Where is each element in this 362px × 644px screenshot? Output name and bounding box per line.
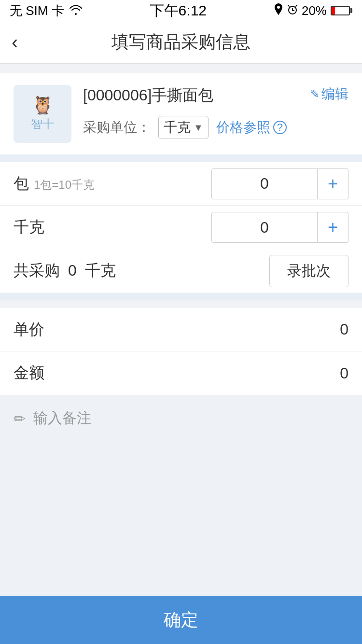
product-logo-icon: 🦉 <box>31 97 54 114</box>
edit-icon: ✎ <box>310 87 320 101</box>
status-time: 下午6:12 <box>150 1 207 21</box>
confirm-button[interactable]: 确定 <box>0 596 362 644</box>
summary-unit: 千克 <box>85 262 116 279</box>
summary-text: 共采购 0 千克 <box>14 260 116 281</box>
svg-line-3 <box>288 5 289 6</box>
amount-row: 金额 0 <box>0 351 362 395</box>
price-info-section: 单价 0 金额 0 <box>0 308 362 395</box>
summary-value: 0 <box>68 262 77 279</box>
alarm-icon <box>287 3 298 18</box>
info-icon: ? <box>273 121 287 134</box>
notes-placeholder: 输入备注 <box>33 408 91 428</box>
kg-plus-button[interactable]: + <box>318 212 348 243</box>
status-right: 20% <box>274 3 352 18</box>
bag-quantity-input[interactable] <box>211 168 318 199</box>
price-ref-label: 价格参照 <box>216 118 270 137</box>
unit-price-value: 0 <box>340 321 348 338</box>
dropdown-arrow-icon: ▼ <box>194 122 203 133</box>
unit-price-row: 单价 0 <box>0 308 362 351</box>
amount-value: 0 <box>340 364 348 382</box>
battery-icon <box>331 6 352 15</box>
nav-bar: ‹ 填写商品采购信息 <box>0 21 362 64</box>
amount-label: 金额 <box>14 363 44 384</box>
location-icon <box>274 3 283 18</box>
svg-line-4 <box>296 5 297 6</box>
summary-prefix: 共采购 <box>14 262 60 279</box>
back-button[interactable]: ‹ <box>12 31 18 53</box>
wifi-icon <box>69 3 83 18</box>
carrier-label: 无 SIM 卡 <box>10 2 64 19</box>
separator-1 <box>0 154 362 162</box>
summary-row: 共采购 0 千克 录批次 <box>0 249 362 293</box>
separator-2 <box>0 293 362 300</box>
unit-price-label: 单价 <box>14 319 44 340</box>
product-name: [0000006]手撕面包 <box>83 85 348 106</box>
edit-label: 编辑 <box>321 85 348 103</box>
input-section: 包 1包=10千克 + 千克 + <box>0 162 362 249</box>
notes-section[interactable]: ✏ 输入备注 <box>0 395 362 453</box>
product-card: 🦉 智十 [0000006]手撕面包 采购单位： 千克 ▼ 价格参照 ? ✎ 编… <box>0 73 362 154</box>
record-batch-button[interactable]: 录批次 <box>269 255 348 287</box>
bag-sublabel: 1包=10千克 <box>34 177 95 193</box>
kg-quantity-input[interactable] <box>211 212 318 243</box>
unit-select[interactable]: 千克 ▼ <box>158 116 209 139</box>
price-ref-button[interactable]: 价格参照 ? <box>216 118 287 137</box>
bag-label: 包 <box>14 173 29 195</box>
product-info: [0000006]手撕面包 采购单位： 千克 ▼ 价格参照 ? <box>83 85 348 139</box>
bag-plus-button[interactable]: + <box>318 168 348 199</box>
edit-button[interactable]: ✎ 编辑 <box>310 85 348 103</box>
status-left: 无 SIM 卡 <box>10 2 83 19</box>
battery-percent: 20% <box>302 3 327 18</box>
status-bar: 无 SIM 卡 下午6:12 <box>0 0 362 21</box>
bag-input-row: 包 1包=10千克 + <box>0 162 362 206</box>
notes-icon: ✏ <box>14 410 26 427</box>
unit-label: 采购单位： <box>83 118 151 137</box>
kg-label: 千克 <box>14 217 44 238</box>
product-image: 🦉 智十 <box>14 85 71 143</box>
kg-input-row: 千克 + <box>0 206 362 249</box>
unit-value: 千克 <box>164 118 191 137</box>
page-title: 填写商品采购信息 <box>111 30 251 54</box>
product-logo-text: 智十 <box>31 117 54 130</box>
